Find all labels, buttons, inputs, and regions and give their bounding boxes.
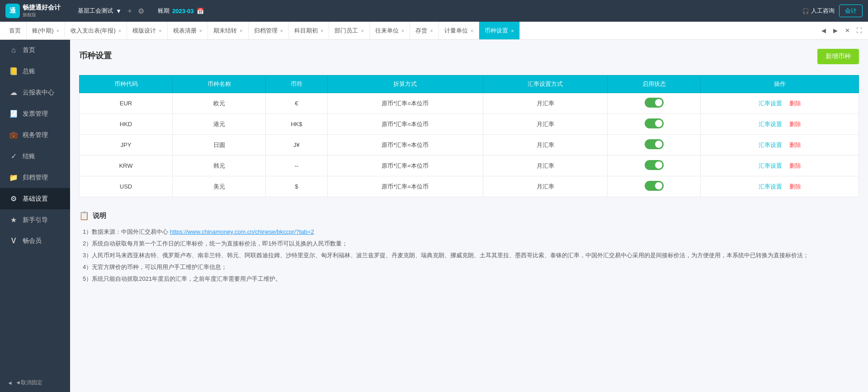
tab-income-close[interactable]: × bbox=[118, 28, 121, 33]
cell-rate-type: 月汇率 bbox=[483, 114, 608, 135]
tab-archive-close[interactable]: × bbox=[280, 28, 283, 33]
tab-expand-button[interactable]: ⛶ bbox=[854, 25, 864, 36]
tab-currency-close[interactable]: × bbox=[511, 28, 514, 33]
delete-link-EUR[interactable]: 删除 bbox=[789, 100, 801, 107]
account-button[interactable]: 会计 bbox=[839, 5, 863, 17]
new-currency-button[interactable]: 新增币种 bbox=[817, 49, 859, 64]
tab-units-close[interactable]: × bbox=[471, 28, 473, 33]
status-toggle-EUR[interactable] bbox=[645, 98, 664, 108]
sidebar-item-ledger[interactable]: 📒 总账 bbox=[0, 61, 70, 82]
guide-icon: ★ bbox=[9, 216, 18, 224]
cell-code: KRW bbox=[80, 156, 173, 176]
notes-item-1: 1）数据来源：中国外汇交易中心 https://www.chinamoney.c… bbox=[79, 226, 859, 238]
add-icon[interactable]: ＋ bbox=[126, 6, 133, 16]
tab-account-close[interactable]: × bbox=[57, 28, 59, 33]
cell-action: 汇率设置 删除 bbox=[701, 135, 859, 156]
tab-period-end[interactable]: 期末结转 × bbox=[208, 22, 248, 40]
rate-setting-link-KRW[interactable]: 汇率设置 bbox=[759, 162, 782, 169]
delete-link-JPY[interactable]: 删除 bbox=[789, 142, 801, 148]
page-title: 币种设置 bbox=[79, 50, 112, 61]
tab-archive-label: 归档管理 bbox=[254, 27, 278, 35]
archive-icon: 📁 bbox=[9, 173, 18, 182]
tab-contacts[interactable]: 往来单位 × bbox=[370, 22, 410, 40]
tab-contacts-label: 往来单位 bbox=[375, 27, 399, 35]
col-code: 币种代码 bbox=[80, 76, 173, 93]
tab-prev-button[interactable]: ◀ bbox=[818, 25, 829, 36]
tab-next-button[interactable]: ▶ bbox=[830, 25, 841, 36]
content-header: 币种设置 新增币种 bbox=[79, 49, 859, 70]
tab-archive[interactable]: 归档管理 × bbox=[249, 22, 289, 40]
tab-period-end-close[interactable]: × bbox=[240, 28, 242, 33]
tab-template-close[interactable]: × bbox=[159, 28, 161, 33]
tab-currency-label: 币种设置 bbox=[485, 27, 508, 35]
company-name: 基层工会测试 bbox=[78, 7, 113, 15]
tab-inventory-close[interactable]: × bbox=[430, 28, 433, 33]
tab-home[interactable]: 首页 bbox=[4, 22, 27, 40]
sidebar-item-invoice[interactable]: 🧾 发票管理 bbox=[0, 103, 70, 124]
settings-icon[interactable]: ⚙ bbox=[138, 7, 144, 15]
tab-subjects-close[interactable]: × bbox=[321, 28, 323, 33]
sidebar-item-member[interactable]: V 畅会员 bbox=[0, 231, 70, 251]
status-toggle-KRW[interactable] bbox=[645, 160, 664, 170]
notes-item-4: 4）无官方牌价的币种，可以用用户手工维护汇率信息； bbox=[79, 261, 859, 273]
status-toggle-USD[interactable] bbox=[645, 181, 664, 191]
tab-units-label: 计量单位 bbox=[444, 27, 468, 35]
notes-section: 📋 说明 1）数据来源：中国外汇交易中心 https://www.chinamo… bbox=[79, 211, 859, 285]
status-toggle-HKD[interactable] bbox=[645, 118, 664, 128]
cell-name: 韩元 bbox=[173, 156, 266, 176]
pin-label: ◄取消固定 bbox=[15, 379, 42, 387]
period-label: 账期 bbox=[158, 7, 170, 15]
tab-units[interactable]: 计量单位 × bbox=[439, 22, 479, 40]
sidebar-item-reports[interactable]: ☁ 云报表中心 bbox=[0, 82, 70, 103]
top-right: 🎧 人工咨询 会计 bbox=[802, 5, 863, 17]
sidebar-pin-toggle[interactable]: ◄ ◄取消固定 bbox=[0, 373, 70, 392]
tab-template[interactable]: 模版设计 × bbox=[127, 22, 167, 40]
support-button[interactable]: 🎧 人工咨询 bbox=[802, 7, 835, 15]
period-value: 2023-03 bbox=[172, 8, 194, 14]
tab-dept[interactable]: 部门员工 × bbox=[329, 22, 369, 40]
delete-link-USD[interactable]: 删除 bbox=[789, 183, 801, 190]
tab-subjects[interactable]: 科目期初 × bbox=[289, 22, 329, 40]
sidebar-item-settings[interactable]: ⚙ 基础设置 bbox=[0, 188, 70, 209]
sidebar-item-checkout[interactable]: ✓ 结账 bbox=[0, 146, 70, 167]
tab-close-all-button[interactable]: ✕ bbox=[842, 25, 853, 36]
tab-contacts-close[interactable]: × bbox=[401, 28, 404, 33]
delete-link-KRW[interactable]: 删除 bbox=[789, 162, 801, 169]
delete-link-HKD[interactable]: 删除 bbox=[789, 121, 801, 128]
status-toggle-JPY[interactable] bbox=[645, 139, 664, 149]
logo-sub: 旗舰版 bbox=[23, 12, 61, 18]
content-area: 币种设置 新增币种 币种代码 币种名称 币符 折算方式 汇率设置方式 启用状态 … bbox=[70, 40, 868, 392]
table-header: 币种代码 币种名称 币符 折算方式 汇率设置方式 启用状态 操作 bbox=[80, 76, 859, 93]
tab-subjects-label: 科目期初 bbox=[294, 27, 318, 35]
tab-income[interactable]: 收入支出表(年报) × bbox=[65, 22, 127, 40]
cell-calc: 原币*汇率=本位币 bbox=[327, 156, 483, 176]
tab-dept-label: 部门员工 bbox=[335, 27, 358, 35]
sidebar-item-tax[interactable]: 💼 税务管理 bbox=[0, 124, 70, 146]
reports-icon: ☁ bbox=[9, 88, 18, 97]
rate-setting-link-HKD[interactable]: 汇率设置 bbox=[759, 121, 782, 128]
sidebar: ⌂ 首页 📒 总账 ☁ 云报表中心 🧾 发票管理 💼 税务管理 ✓ 结账 📁 归… bbox=[0, 40, 70, 392]
company-selector[interactable]: 基层工会测试 ▼ bbox=[78, 7, 122, 15]
top-bar: 通 畅捷通好会计 旗舰版 基层工会测试 ▼ ＋ ⚙ 账期 2023-03 📅 🎧… bbox=[0, 0, 868, 22]
cell-action: 汇率设置 删除 bbox=[701, 156, 859, 176]
tab-period-end-label: 期末结转 bbox=[213, 27, 237, 35]
tab-dept-close[interactable]: × bbox=[361, 28, 363, 33]
tab-account[interactable]: 账(中期) × bbox=[27, 22, 65, 40]
cell-action: 汇率设置 删除 bbox=[701, 93, 859, 114]
period-area: 账期 2023-03 📅 bbox=[158, 7, 204, 15]
sidebar-item-home[interactable]: ⌂ 首页 bbox=[0, 40, 70, 61]
sidebar-member-label: 畅会员 bbox=[23, 237, 42, 245]
notes-item-3: 3）人民币对马来西亚林吉特、俄罗斯卢布、南非兰特、韩元、阿联酋迪拉姆、沙特里亚尔… bbox=[79, 250, 859, 261]
rate-setting-link-EUR[interactable]: 汇率设置 bbox=[759, 100, 782, 107]
tab-inventory[interactable]: 存货 × bbox=[410, 22, 439, 40]
tab-tax-list-close[interactable]: × bbox=[199, 28, 202, 33]
notes-link[interactable]: https://www.chinamoney.com.cn/chinese/bk… bbox=[170, 228, 314, 235]
calendar-icon[interactable]: 📅 bbox=[197, 8, 204, 14]
rate-setting-link-USD[interactable]: 汇率设置 bbox=[759, 183, 782, 190]
sidebar-item-archive[interactable]: 📁 归档管理 bbox=[0, 167, 70, 188]
sidebar-item-guide[interactable]: ★ 新手引导 bbox=[0, 209, 70, 231]
tab-tax-list[interactable]: 税表清册 × bbox=[168, 22, 208, 40]
dropdown-icon: ▼ bbox=[116, 8, 122, 14]
rate-setting-link-JPY[interactable]: 汇率设置 bbox=[759, 142, 782, 148]
tab-currency[interactable]: 币种设置 × bbox=[479, 22, 519, 40]
